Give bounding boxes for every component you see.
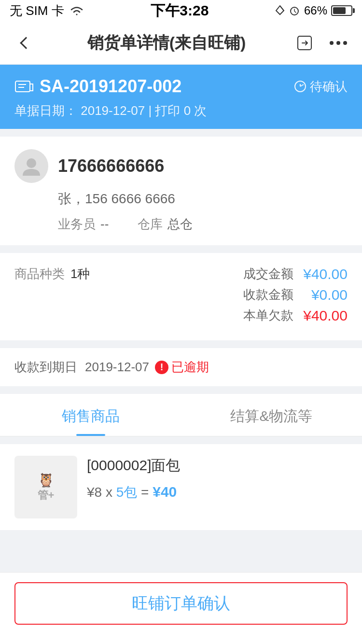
confirm-btn-label: 旺铺订单确认 [132,592,230,615]
customer-card: 17666666666 张，156 6666 6666 业务员 -- 仓库 总仓 [0,137,362,245]
tab-sales-products[interactable]: 销售商品 [0,394,181,436]
tabs-container: 销售商品 结算&物流等 [0,394,362,436]
order-date: 单据日期： 2019-12-07 | 打印 0 次 [14,102,348,119]
confirm-order-button[interactable]: 旺铺订单确认 [14,582,348,625]
product-price: ¥8 x 5包 = ¥40 [87,483,348,502]
clock-icon [294,81,306,92]
nav-actions [292,31,350,55]
order-id: SA-20191207-002 [14,76,181,97]
due-value: ¥40.00 [303,308,348,324]
battery-icon [331,5,352,16]
warehouse-field: 仓库 总仓 [138,216,193,233]
overdue-badge: ! 已逾期 [155,359,209,376]
product-image: 🦉 管+ [14,456,77,518]
more-button[interactable] [326,31,350,55]
tabs-row: 销售商品 结算&物流等 [0,394,362,436]
warning-icon: ! [155,361,168,374]
status-right: 66% [275,4,352,17]
carrier-text: 无 SIM 卡 [10,2,64,19]
more-icon [329,40,348,46]
bottom-button-container: 旺铺订单确认 [0,572,362,644]
alarm-icon [289,5,300,16]
due-label: 本单欠款 [243,307,293,324]
svg-point-4 [343,41,347,45]
status-left: 无 SIM 卡 [10,2,84,19]
overdue-text: 已逾期 [171,359,209,376]
overdue-date: 2019-12-07 [85,360,149,375]
deal-amount-value: ¥40.00 [303,266,348,282]
product-card: 🦉 管+ [0000002]面包 ¥8 x 5包 = ¥40 [0,444,362,530]
amount-section: 成交金额 ¥40.00 收款金额 ¥0.00 本单欠款 ¥40.00 [243,266,348,328]
share-button[interactable] [292,31,317,55]
product-info: [0000002]面包 ¥8 x 5包 = ¥40 [87,456,348,502]
summary-card: 商品种类 1种 成交金额 ¥40.00 收款金额 ¥0.00 本单欠款 ¥40.… [0,253,362,340]
order-header: SA-20191207-002 待确认 单据日期： 2019-12-07 | 打… [0,65,362,129]
salesperson-value: -- [100,217,109,232]
svg-point-8 [27,158,36,168]
wifi-icon [69,5,84,16]
product-name: [0000002]面包 [87,456,348,476]
svg-rect-5 [15,81,30,92]
order-icon [14,79,34,94]
status-time: 下午3:28 [151,1,209,21]
price-base: ¥8 x [87,485,116,500]
overdue-label: 收款到期日 [14,359,77,376]
nav-bar: 销货单详情(来自旺铺) [0,21,362,65]
status-bar: 无 SIM 卡 下午3:28 66% [0,0,362,21]
price-qty: 5包 [116,485,138,500]
category-value: 1种 [70,266,90,282]
share-icon [296,34,313,52]
avatar [14,149,48,183]
salesperson-field: 业务员 -- [58,216,109,233]
category-field: 商品种类 1种 [14,266,90,282]
warehouse-label: 仓库 [138,216,163,233]
deal-amount-label: 成交金额 [243,266,293,282]
tab-settlement-logistics[interactable]: 结算&物流等 [181,394,362,436]
avatar-icon [21,155,42,177]
customer-name: 张，156 6666 6666 [58,190,348,208]
page-title: 销货单详情(来自旺铺) [41,32,292,54]
location-icon [275,5,285,16]
payment-value: ¥0.00 [311,287,348,303]
overdue-card: 收款到期日 2019-12-07 ! 已逾期 [0,348,362,386]
battery-percentage: 66% [304,4,327,17]
customer-phone: 17666666666 [58,156,164,176]
salesperson-label: 业务员 [58,216,96,233]
price-separator: = [141,485,153,500]
category-label: 商品种类 [14,266,65,282]
back-arrow-icon [20,37,32,49]
warehouse-value: 总仓 [167,216,193,233]
payment-label: 收款金额 [243,286,293,303]
price-total: ¥40 [153,484,177,500]
product-logo: 🦉 管+ [38,473,55,502]
back-button[interactable] [12,28,41,57]
svg-point-2 [330,41,334,45]
order-status: 待确认 [294,78,348,95]
status-text: 待确认 [310,78,348,95]
svg-point-3 [336,41,340,45]
